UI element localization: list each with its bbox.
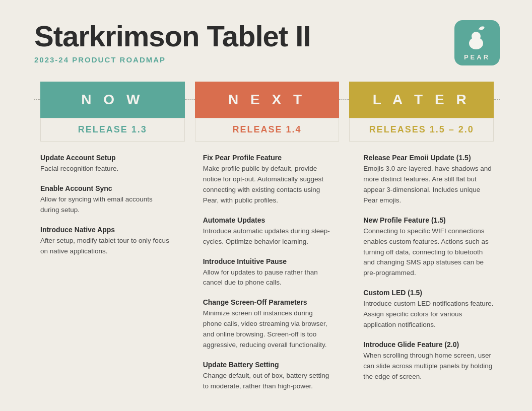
header: Starkrimson Tablet II 2023-24 PRODUCT RO… (34, 20, 500, 65)
feature-title: Automate Updates (203, 216, 334, 224)
column-content-later: Release Pear Emoii Update (1.5) Emojis 3… (353, 144, 494, 411)
header-left: Starkrimson Tablet II 2023-24 PRODUCT RO… (34, 20, 310, 64)
column-header-now: N O W (40, 82, 185, 118)
feature-title: Introduce Intuitive Pause (203, 257, 334, 265)
logo: PEAR (454, 20, 500, 65)
feature-title: Release Pear Emoii Update (1.5) (363, 154, 494, 162)
release-label-next: RELEASE 1.4 (195, 118, 340, 142)
feature-item: Update Battery Setting Change default, o… (203, 361, 334, 392)
feature-item: Change Screen-Off Parameters Minimize sc… (203, 298, 334, 351)
feature-desc: Make profile public by default, provide … (203, 164, 334, 206)
feature-desc: Introduce automatic updates during sleep… (203, 226, 334, 247)
feature-title: Update Battery Setting (203, 361, 334, 369)
feature-desc: Change default, out of box, battery sett… (203, 371, 334, 392)
feature-desc: After setup, modify tablet tour to only … (40, 236, 171, 257)
release-label-now: RELEASE 1.3 (40, 118, 185, 142)
page: Starkrimson Tablet II 2023-24 PRODUCT RO… (0, 0, 532, 411)
pear-icon (465, 25, 489, 51)
feature-title: Custom LED (1.5) (363, 289, 494, 297)
feature-desc: Facial recognition feature. (40, 164, 171, 174)
feature-item: Update Account Setup Facial recognition … (40, 154, 171, 174)
feature-desc: Minimize screen off instances during pho… (203, 308, 334, 351)
logo-text: PEAR (464, 53, 490, 61)
feature-title: Fix Pear Profile Feature (203, 154, 334, 162)
subtitle: 2023-24 PRODUCT ROADMAP (34, 55, 310, 64)
feature-desc: Connecting to specific WIFI connections … (363, 226, 494, 279)
feature-item: Introduce Intuitive Pause Allow for upda… (203, 257, 334, 289)
feature-desc: Allow for updates to pause rather than c… (203, 267, 334, 289)
feature-item: Enable Account Sync Allow for syncing wi… (40, 184, 171, 216)
release-label-later: RELEASES 1.5 – 2.0 (349, 118, 494, 142)
feature-title: New Profile Feature (1.5) (363, 216, 494, 224)
feature-title: Change Screen-Off Parameters (203, 298, 334, 306)
feature-item: Introduce Native Apps After setup, modif… (40, 226, 171, 257)
feature-title: Enable Account Sync (40, 184, 171, 192)
feature-desc: Allow for syncing with email accounts du… (40, 194, 171, 216)
feature-title: Introduce Native Apps (40, 226, 171, 234)
column-content-next: Fix Pear Profile Feature Make profile pu… (193, 144, 344, 411)
feature-item: Fix Pear Profile Feature Make profile pu… (203, 154, 334, 206)
feature-item: Release Pear Emoii Update (1.5) Emojis 3… (363, 154, 494, 206)
feature-item: Introduce Glide Feature (2.0) When scrol… (363, 340, 494, 382)
svg-point-2 (469, 37, 483, 49)
feature-title: Update Account Setup (40, 154, 171, 162)
feature-item: Automate Updates Introduce automatic upd… (203, 216, 334, 247)
column-header-next: N E X T (195, 82, 340, 118)
feature-item: Custom LED (1.5) Introduce custom LED no… (363, 289, 494, 330)
column-header-later: L A T E R (349, 82, 494, 118)
svg-point-0 (479, 25, 485, 30)
feature-desc: When scrolling through home screen, user… (363, 351, 494, 382)
column-content-now: Update Account Setup Facial recognition … (40, 144, 183, 411)
feature-title: Introduce Glide Feature (2.0) (363, 340, 494, 349)
feature-desc: Emojis 3.0 are layered, have shadows and… (363, 164, 494, 206)
feature-item: New Profile Feature (1.5) Connecting to … (363, 216, 494, 279)
page-title: Starkrimson Tablet II (34, 20, 310, 52)
feature-desc: Introduce custom LED notifications featu… (363, 299, 494, 330)
